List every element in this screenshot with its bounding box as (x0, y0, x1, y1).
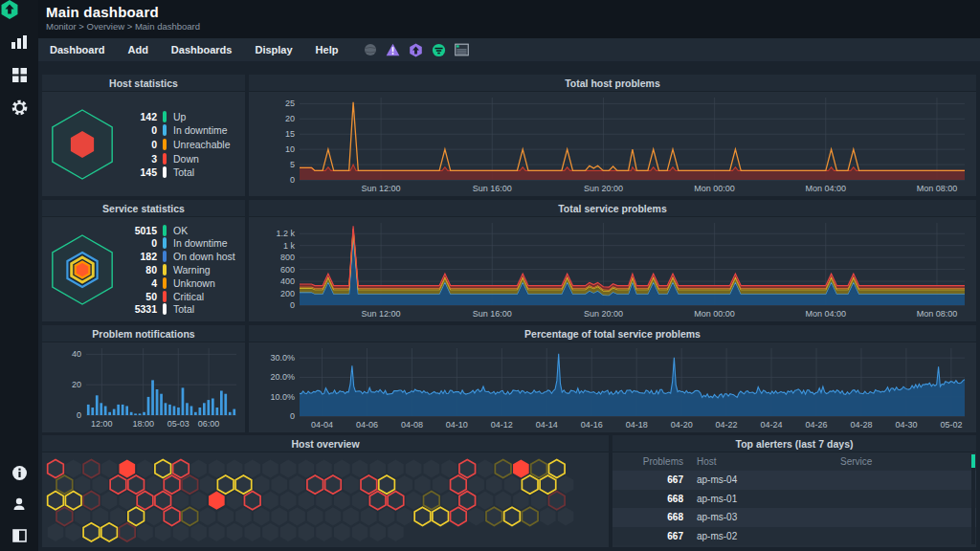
host-hex-ok[interactable] (65, 459, 81, 477)
checkmk-version-icon[interactable] (409, 43, 423, 57)
host-hex-ok[interactable] (272, 507, 288, 525)
host-hex-ok[interactable] (316, 459, 332, 477)
host-hex-ok[interactable] (92, 507, 108, 525)
host-hex-ok[interactable] (486, 475, 502, 494)
column-service[interactable]: Service (840, 456, 976, 467)
host-hex-ok[interactable] (478, 459, 494, 477)
host-hex-warning[interactable] (217, 475, 234, 494)
cell-host[interactable]: ap-ms-03 (697, 512, 840, 522)
host-hex-ok[interactable] (190, 523, 207, 541)
host-hex-ok[interactable] (254, 507, 270, 525)
host-hex-ok[interactable] (388, 459, 404, 477)
table-row-ap-ms-01[interactable]: 668ap-ms-01 (612, 490, 976, 509)
host-hex-ok[interactable] (92, 475, 108, 494)
host-hex-ok[interactable] (540, 507, 556, 525)
host-hex-dim-critical[interactable] (83, 459, 100, 477)
host-hex-dim-warning[interactable] (495, 459, 511, 477)
host-hex-critical[interactable] (451, 475, 467, 494)
host-hex-ok[interactable] (75, 475, 91, 494)
host-hex-ok[interactable] (379, 507, 395, 525)
column-host[interactable]: Host (697, 456, 840, 467)
host-hex-ok[interactable] (173, 492, 189, 510)
sidebar-toggle-icon[interactable] (10, 526, 29, 545)
host-hex-critical[interactable] (164, 507, 180, 525)
host-hex-down[interactable] (513, 459, 529, 477)
legend-row-ok[interactable]: 5015OK (119, 224, 235, 237)
host-hex-warning[interactable] (48, 492, 64, 510)
info-icon[interactable] (10, 463, 29, 482)
host-hex-critical[interactable] (459, 459, 476, 477)
host-hex-critical[interactable] (137, 492, 153, 510)
host-hex-warning[interactable] (548, 459, 565, 477)
host-hex-ok[interactable] (200, 475, 216, 494)
host-hex-ok[interactable] (262, 459, 278, 477)
host-hex-ok[interactable] (289, 507, 305, 525)
legend-row-unreachable[interactable]: 0Unreachable (119, 138, 231, 152)
host-hex-ok[interactable] (146, 475, 163, 494)
host-hex-ok[interactable] (414, 475, 431, 494)
monitor-views-icon[interactable] (10, 33, 29, 52)
host-hex-ok[interactable] (369, 523, 386, 541)
host-hex-ok[interactable] (101, 459, 118, 477)
host-hex-ok[interactable] (262, 523, 278, 541)
checkmk-logo-icon[interactable] (0, 0, 19, 19)
host-hex-dim-warning[interactable] (522, 507, 538, 525)
host-hex-dim-warning[interactable] (182, 507, 198, 525)
host-hex-ok[interactable] (137, 523, 153, 541)
host-hex-dim-warning[interactable] (486, 507, 502, 525)
host-hex-warning[interactable] (83, 523, 100, 541)
host-hex-ok[interactable] (369, 459, 386, 477)
host-hex-ok[interactable] (244, 459, 260, 477)
host-hex-ok[interactable] (334, 459, 350, 477)
host-hex-ok[interactable] (173, 523, 189, 541)
host-hex-ok[interactable] (307, 507, 323, 525)
warnings-triangle-icon[interactable] (386, 43, 400, 57)
menu-item-help[interactable]: Help (316, 44, 339, 55)
host-hex-dim-critical[interactable] (548, 492, 565, 510)
host-hex-warning[interactable] (522, 475, 538, 494)
host-hex-ok[interactable] (396, 475, 412, 494)
host-hex-ok[interactable] (334, 523, 350, 541)
host-hex-ok[interactable] (65, 523, 81, 541)
legend-row-on-down-host[interactable]: 182On down host (119, 250, 235, 263)
host-hex-ok[interactable] (424, 459, 440, 477)
host-hex-dim-critical[interactable] (182, 475, 198, 494)
host-hex-critical[interactable] (48, 459, 64, 477)
legend-row-up[interactable]: 142Up (119, 110, 231, 124)
host-hex-ok[interactable] (468, 475, 484, 494)
host-hex-ok[interactable] (558, 475, 574, 494)
legend-row-in-downtime[interactable]: 0In downtime (119, 237, 235, 251)
host-hex-ok[interactable] (244, 523, 260, 541)
service-statistics-hexagon[interactable] (48, 231, 117, 309)
host-hex-critical[interactable] (369, 492, 386, 510)
host-hex-ok[interactable] (299, 492, 315, 510)
cell-host[interactable]: ap-ms-01 (697, 494, 840, 504)
host-hex-ok[interactable] (254, 475, 270, 494)
host-hex-ok[interactable] (280, 459, 297, 477)
host-hex-ok[interactable] (209, 459, 225, 477)
table-scrollbar[interactable] (971, 454, 975, 544)
host-hex-ok[interactable] (352, 459, 368, 477)
legend-row-down[interactable]: 3Down (119, 151, 231, 165)
host-hex-critical[interactable] (307, 475, 323, 494)
table-row-ap-ms-03[interactable]: 668ap-ms-03 (612, 508, 976, 527)
host-hex-ok[interactable] (190, 459, 207, 477)
legend-row-warning[interactable]: 80Warning (119, 263, 235, 276)
host-hex-dim-warning[interactable] (56, 475, 73, 494)
host-hex-critical[interactable] (128, 475, 145, 494)
host-hex-warning[interactable] (433, 507, 449, 525)
host-hex-ok[interactable] (316, 523, 332, 541)
host-hex-ok[interactable] (137, 459, 153, 477)
host-hex-ok[interactable] (227, 492, 243, 510)
host-hex-ok[interactable] (227, 459, 243, 477)
host-hex-ok[interactable] (299, 459, 315, 477)
total-service-problems-chart[interactable]: 02004006008001 k1.2 kSun 12:00Sun 16:00S… (249, 217, 972, 320)
user-icon[interactable] (10, 495, 29, 514)
host-hex-ok[interactable] (48, 523, 64, 541)
host-hex-ok[interactable] (289, 475, 305, 494)
host-hex-ok[interactable] (280, 492, 297, 510)
host-hex-ok[interactable] (209, 523, 225, 541)
host-hex-ok[interactable] (478, 492, 494, 510)
host-hex-ok[interactable] (146, 507, 163, 525)
host-hex-ok[interactable] (75, 507, 91, 525)
